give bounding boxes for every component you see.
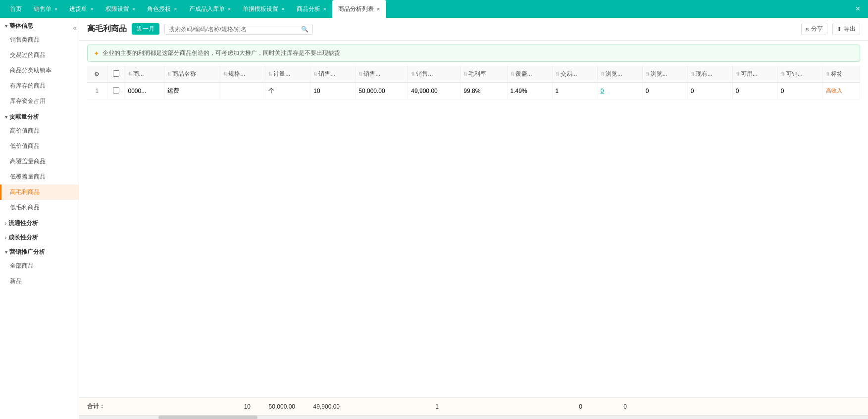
content-area: 高毛利商品 近一月 🔍 ⎋ 分享 ⬆ 导出 ✦ 企业的主要的利润都是这部分商品创… bbox=[79, 18, 868, 419]
col-views1[interactable]: ⇅浏览... bbox=[597, 66, 642, 83]
sidebar-collapse-button[interactable]: « bbox=[71, 22, 79, 34]
col-unit[interactable]: ⇅计量... bbox=[265, 66, 310, 83]
table-row: 1 0000... 运费 个 10 50,000.00 49,900.00 99… bbox=[87, 83, 860, 99]
cell-available: 0 bbox=[732, 83, 777, 99]
horizontal-scrollbar-thumb[interactable] bbox=[158, 416, 257, 419]
cell-tag: 高收入 bbox=[822, 83, 860, 99]
sidebar-item-all-goods[interactable]: 全部商品 bbox=[0, 258, 79, 274]
nav-product-analysis-list[interactable]: 商品分析列表 × bbox=[332, 0, 386, 18]
arrow-icon-contribution: ▾ bbox=[5, 114, 7, 120]
search-box[interactable]: 🔍 bbox=[164, 24, 313, 35]
sidebar-item-traded-goods[interactable]: 交易过的商品 bbox=[0, 47, 79, 63]
sidebar: « ▾ 整体信息 销售类商品 交易过的商品 商品分类助销率 有库存的商品 库存资… bbox=[0, 18, 79, 419]
col-sellable[interactable]: ⇅可销... bbox=[777, 66, 822, 83]
close-permission-settings[interactable]: × bbox=[132, 6, 135, 12]
cell-sales-amount: 50,000.00 bbox=[356, 83, 408, 99]
close-role-auth[interactable]: × bbox=[174, 6, 177, 12]
sidebar-item-in-stock[interactable]: 有库存的商品 bbox=[0, 78, 79, 93]
sidebar-group-contribution[interactable]: ▾ 贡献量分析 bbox=[0, 109, 79, 123]
arrow-icon-growth: › bbox=[5, 235, 6, 240]
footer-label: 合计： bbox=[87, 402, 105, 411]
row-checkbox[interactable] bbox=[113, 87, 119, 93]
sidebar-item-category-rate[interactable]: 商品分类助销率 bbox=[0, 63, 79, 78]
col-coverage[interactable]: ⇅覆盖... bbox=[507, 66, 552, 83]
col-code[interactable]: ⇅商... bbox=[125, 66, 164, 83]
close-all-button[interactable]: × bbox=[852, 4, 864, 13]
col-sales-net[interactable]: ⇅销售... bbox=[408, 66, 460, 83]
col-spec[interactable]: ⇅规格... bbox=[220, 66, 265, 83]
arrow-icon-marketing: ▾ bbox=[5, 249, 7, 255]
close-purchase-order[interactable]: × bbox=[90, 6, 93, 12]
content-header: 高毛利商品 近一月 🔍 ⎋ 分享 ⬆ 导出 bbox=[79, 18, 868, 41]
nav-template-settings[interactable]: 单据模板设置 × bbox=[237, 0, 290, 18]
col-available[interactable]: ⇅可用... bbox=[732, 66, 777, 83]
cell-gross-margin: 99.8% bbox=[460, 83, 507, 99]
info-banner: ✦ 企业的主要的利润都是这部分商品创造的，可考虑加大推广，同时关注库存是不要出现… bbox=[87, 45, 860, 62]
footer-sales-net: 49,900.00 bbox=[303, 403, 343, 410]
select-all-checkbox[interactable] bbox=[113, 70, 119, 77]
sidebar-item-high-coverage[interactable]: 高覆盖量商品 bbox=[0, 154, 79, 169]
cell-trade: 1 bbox=[552, 83, 597, 99]
col-sales-amount[interactable]: ⇅销售... bbox=[356, 66, 408, 83]
sidebar-item-low-margin[interactable]: 低毛利商品 bbox=[0, 200, 79, 215]
footer-trade: 1 bbox=[402, 403, 442, 410]
share-icon: ⎋ bbox=[806, 26, 809, 33]
search-icon[interactable]: 🔍 bbox=[301, 26, 308, 33]
close-product-analysis[interactable]: × bbox=[323, 6, 326, 12]
cell-sellable: 0 bbox=[777, 83, 822, 99]
col-trade[interactable]: ⇅交易... bbox=[552, 66, 597, 83]
nav-role-auth[interactable]: 角色授权 × bbox=[141, 0, 183, 18]
cell-current-stock: 0 bbox=[687, 83, 732, 99]
cell-views1[interactable]: 0 bbox=[597, 83, 642, 99]
col-settings[interactable]: ⚙ bbox=[87, 66, 107, 83]
close-product-analysis-list[interactable]: × bbox=[377, 6, 380, 12]
sidebar-item-new-goods[interactable]: 新品 bbox=[0, 274, 79, 289]
close-product-inbound[interactable]: × bbox=[228, 6, 231, 12]
close-template-settings[interactable]: × bbox=[281, 6, 284, 12]
main-layout: « ▾ 整体信息 销售类商品 交易过的商品 商品分类助销率 有库存的商品 库存资… bbox=[0, 18, 868, 419]
sidebar-group-liquidity[interactable]: › 流通性分析 bbox=[0, 215, 79, 230]
cell-coverage: 1.49% bbox=[507, 83, 552, 99]
nav-product-analysis[interactable]: 商品分析 × bbox=[291, 0, 332, 18]
nav-purchase-order[interactable]: 进货单 × bbox=[63, 0, 99, 18]
filter-month-button[interactable]: 近一月 bbox=[132, 23, 159, 35]
cell-unit: 个 bbox=[265, 83, 310, 99]
sidebar-item-sales-goods[interactable]: 销售类商品 bbox=[0, 32, 79, 47]
footer-current-stock: 0 bbox=[546, 403, 585, 410]
col-current-stock[interactable]: ⇅现有... bbox=[687, 66, 732, 83]
sidebar-item-stock-capital[interactable]: 库存资金占用 bbox=[0, 93, 79, 109]
export-icon: ⬆ bbox=[837, 26, 842, 33]
footer-sales-amount: 50,000.00 bbox=[258, 403, 298, 410]
sidebar-item-low-coverage[interactable]: 低覆盖量商品 bbox=[0, 169, 79, 185]
arrow-icon-overall: ▾ bbox=[5, 23, 7, 29]
nav-sales-order[interactable]: 销售单 × bbox=[28, 0, 63, 18]
share-button[interactable]: ⎋ 分享 bbox=[801, 23, 827, 35]
col-gross-margin[interactable]: ⇅毛利率 bbox=[460, 66, 507, 83]
export-button[interactable]: ⬆ 导出 bbox=[832, 23, 860, 35]
search-input[interactable] bbox=[169, 26, 299, 33]
horizontal-scrollbar-track[interactable] bbox=[79, 415, 868, 419]
sidebar-group-marketing[interactable]: ▾ 营销推广分析 bbox=[0, 244, 79, 258]
cell-sales-qty: 10 bbox=[310, 83, 356, 99]
nav-home[interactable]: 首页 bbox=[4, 0, 28, 18]
sidebar-item-high-margin[interactable]: 高毛利商品 bbox=[0, 185, 79, 200]
col-tag[interactable]: ⇅标签 bbox=[822, 66, 860, 83]
col-sales-qty[interactable]: ⇅销售... bbox=[310, 66, 356, 83]
cell-views2: 0 bbox=[642, 83, 687, 99]
cell-name: 运费 bbox=[164, 83, 220, 99]
nav-permission-settings[interactable]: 权限设置 × bbox=[100, 0, 141, 18]
close-sales-order[interactable]: × bbox=[54, 6, 57, 12]
top-navigation: 首页 销售单 × 进货单 × 权限设置 × 角色授权 × 产成品入库单 × 单据… bbox=[0, 0, 868, 18]
sidebar-item-low-value[interactable]: 低价值商品 bbox=[0, 139, 79, 154]
table-container[interactable]: ⚙ ⇅商... ⇅商品名称 ⇅规格... ⇅计量... ⇅销售... ⇅销售..… bbox=[79, 66, 868, 397]
sidebar-group-growth[interactable]: › 成长性分析 bbox=[0, 230, 79, 244]
sidebar-group-overall[interactable]: ▾ 整体信息 bbox=[0, 18, 79, 32]
nav-product-inbound[interactable]: 产成品入库单 × bbox=[183, 0, 237, 18]
footer-sales-qty: 10 bbox=[214, 403, 254, 410]
cell-checkbox[interactable] bbox=[107, 83, 125, 99]
cell-code: 0000... bbox=[125, 83, 164, 99]
col-name[interactable]: ⇅商品名称 bbox=[164, 66, 220, 83]
col-views2[interactable]: ⇅浏览... bbox=[642, 66, 687, 83]
sidebar-item-high-value[interactable]: 高价值商品 bbox=[0, 123, 79, 139]
footer-available: 0 bbox=[590, 403, 630, 410]
